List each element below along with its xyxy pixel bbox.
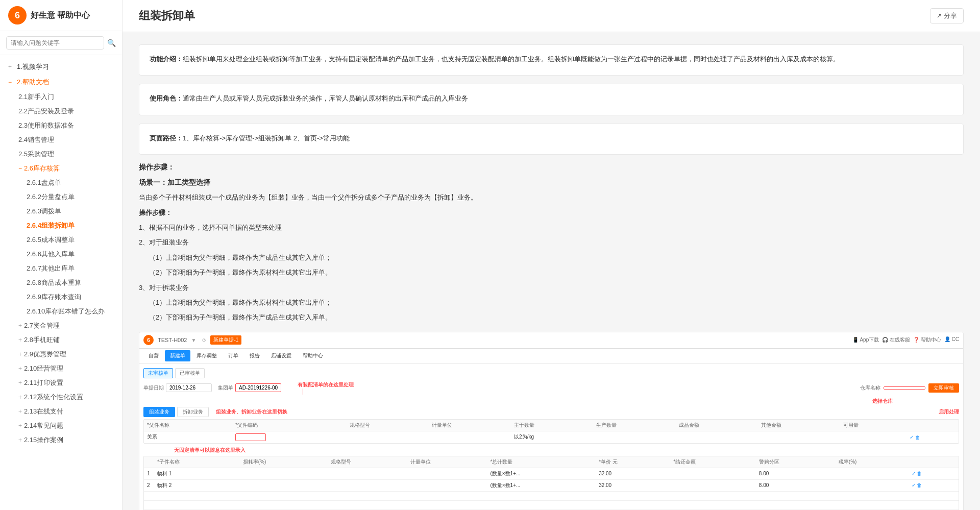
lower-cell-action1: ✓ 🗑 xyxy=(909,468,959,479)
scene1-desc: 当由多个子件材料组装成一个成品的业务为【组装】业务，当由一个父件拆分成多个子产品… xyxy=(139,191,964,203)
sidebar-item-210[interactable]: + 2.10经营管理 xyxy=(0,361,122,376)
sidebar-item-215[interactable]: + 2.15操作案例 xyxy=(0,433,122,447)
function-intro-text: 组装拆卸单用来处理企业组装或拆卸等加工业务，支持有固定装配清单的产品加工业务，也… xyxy=(183,55,840,63)
sidebar-item-29[interactable]: + 2.9优惠券管理 xyxy=(0,347,122,361)
sidebar-item-212[interactable]: + 2.12系统个性化设置 xyxy=(0,390,122,404)
sidebar-item-267[interactable]: 2.6.7其他出库单 xyxy=(0,261,122,276)
sidebar-item-268[interactable]: 2.6.8商品成本重算 xyxy=(0,276,122,290)
lower-cell-name1: 物料 1 xyxy=(154,468,240,479)
expand-icon: + xyxy=(18,365,22,372)
search-button[interactable]: 🔍 xyxy=(107,39,116,47)
lower-table-el: *子件名称 损耗率(%) 规格型号 计量单位 *总计数量 *单价 元 *结还金额… xyxy=(144,456,959,510)
nav-tree: + 1.视频学习 − 2.帮助文档 2.1新手入门 2.2产品安装及登录 2.3… xyxy=(0,55,122,510)
expand-icon: + xyxy=(18,422,22,429)
sidebar-item-214[interactable]: + 2.14常见问题 xyxy=(0,419,122,433)
upper-col-name: *父件名称 xyxy=(144,420,232,431)
step3-2: （2）下部明细为子件明细，最终作为产成品生成其它入库单。 xyxy=(139,311,964,323)
lower-cell-subtotal1 xyxy=(670,468,756,479)
app-nav-adjust[interactable]: 库存调整 xyxy=(191,350,222,361)
app-nav-zizying[interactable]: 自营 xyxy=(143,350,164,361)
lower-empty-3 xyxy=(144,491,959,500)
confirm-button[interactable]: 立即审核 xyxy=(928,383,959,393)
dropdown-icon: ▼ xyxy=(191,337,196,343)
upper-col-ops xyxy=(906,420,959,431)
app-nav-report[interactable]: 报告 xyxy=(244,350,265,361)
step2: 2、对于组装业务 xyxy=(139,236,964,248)
sidebar-item-264[interactable]: 2.6.4组装拆卸单 xyxy=(0,218,122,233)
sidebar-item-install[interactable]: 2.2产品安装及登录 xyxy=(0,104,122,118)
upper-cell-mainqty: 以2为/kg xyxy=(511,431,593,443)
sidebar-item-sales[interactable]: 2.4销售管理 xyxy=(0,133,122,147)
lower-col-num xyxy=(144,456,154,468)
lower-row2-action[interactable]: ✓ 🗑 xyxy=(912,482,922,488)
sidebar-item-2610[interactable]: 2.6.10库存账本错了怎么办 xyxy=(0,304,122,319)
app-icon4: 👤 CC xyxy=(944,336,959,344)
lower-empty-4 xyxy=(144,500,959,509)
new-order-badge[interactable]: 新建单据-1 xyxy=(210,335,241,345)
app-nav-help[interactable]: 帮助中心 xyxy=(298,350,328,361)
lower-col-subtotal: *结还金额 xyxy=(670,456,756,468)
sidebar-item-newbie[interactable]: 2.1新手入门 xyxy=(0,90,122,104)
search-box[interactable]: 🔍 xyxy=(0,31,122,55)
app-nav-order[interactable]: 订单 xyxy=(223,350,243,361)
ann2-text: 选择仓库 xyxy=(872,398,893,405)
expand-icon: + xyxy=(18,351,22,358)
app-nav-settings[interactable]: 店铺设置 xyxy=(266,350,297,361)
role-box: 使用角色：通常由生产人员或库管人员完成拆装业务的操作，库管人员确认原材料的出库和… xyxy=(139,84,964,115)
sidebar: 6 好生意 帮助中心 🔍 + 1.视频学习 − 2.帮助文档 2.1新手入门 2… xyxy=(0,0,122,510)
upper-cell-prodqty xyxy=(593,431,675,443)
lower-col-unit: 计量单位 xyxy=(407,456,487,468)
sidebar-header: 6 好生意 帮助中心 xyxy=(0,0,122,31)
sidebar-item-261[interactable]: 2.6.1盘点单 xyxy=(0,176,122,190)
step1: 1、根据不同的业务，选择不同单据的类型来处理 xyxy=(139,222,964,233)
sidebar-item-dataprep[interactable]: 2.3使用前数据准备 xyxy=(0,118,122,133)
sidebar-item-265[interactable]: 2.6.5成本调整单 xyxy=(0,233,122,247)
app-nav-new[interactable]: 新建单 xyxy=(165,350,190,361)
assembly-input[interactable] xyxy=(235,383,281,392)
lower-col-area: 警购分区 xyxy=(756,456,836,468)
sidebar-item-label: 1.视频学习 xyxy=(17,62,49,71)
sidebar-item-docs[interactable]: − 2.帮助文档 xyxy=(0,75,122,90)
lower-row1-action[interactable]: ✓ 🗑 xyxy=(912,471,922,476)
tab-reviewed[interactable]: 已审核单 xyxy=(175,368,205,378)
sidebar-item-purchase[interactable]: 2.5采购管理 xyxy=(0,147,122,161)
lower-col-tax: 税率(%) xyxy=(836,456,909,468)
search-input[interactable] xyxy=(6,36,104,50)
share-button[interactable]: ↗ 分享 xyxy=(930,8,964,23)
sidebar-item-213[interactable]: + 2.13在线支付 xyxy=(0,404,122,419)
sidebar-item-27[interactable]: + 2.7资金管理 xyxy=(0,319,122,333)
tab-unreviewed[interactable]: 未审核单 xyxy=(143,368,173,378)
sidebar-item-269[interactable]: 2.6.9库存账本查询 xyxy=(0,290,122,304)
expand-icon: + xyxy=(18,394,22,401)
upper-code-input[interactable] xyxy=(235,433,266,441)
app-icon2: 🎧 在线客服 xyxy=(882,336,910,344)
expand-icon: + xyxy=(18,379,22,386)
lower-cell-action2: ✓ 🗑 xyxy=(909,479,959,491)
sidebar-item-266[interactable]: 2.6.6其他入库单 xyxy=(0,247,122,261)
lower-cell-area2: 8.00 xyxy=(756,479,836,491)
upper-cell-other xyxy=(758,431,840,443)
upper-row-action[interactable]: ✓ 🗑 xyxy=(910,434,920,440)
role-label: 使用角色： xyxy=(150,94,183,102)
type-btn-disassembly[interactable]: 拆卸业务 xyxy=(177,407,209,417)
lower-cell-spec2 xyxy=(328,479,407,491)
sidebar-item-video[interactable]: + 1.视频学习 xyxy=(0,59,122,75)
sidebar-item-211[interactable]: + 2.11打印设置 xyxy=(0,376,122,390)
expand-icon: + xyxy=(18,408,22,415)
date-input[interactable] xyxy=(166,383,212,392)
ops-section-title: 操作步骤： xyxy=(139,163,964,172)
collapse-icon: − xyxy=(8,79,12,86)
lower-col-loss: 损耗率(%) xyxy=(240,456,328,468)
lower-cell-spec1 xyxy=(328,468,407,479)
sidebar-item-inventory[interactable]: − 2.6库存核算 xyxy=(0,161,122,176)
type-btn-assembly[interactable]: 组装业务 xyxy=(143,407,175,417)
sidebar-item-262[interactable]: 2.6.2分量盘点单 xyxy=(0,190,122,204)
sidebar-item-28[interactable]: + 2.8手机旺铺 xyxy=(0,333,122,347)
sidebar-item-263[interactable]: 2.6.3调拨单 xyxy=(0,204,122,218)
warehouse-input[interactable] xyxy=(884,386,925,390)
lower-cell-unit2 xyxy=(407,479,487,491)
lower-col-spec: 规格型号 xyxy=(328,456,407,468)
lower-cell-price2: 32.00 xyxy=(596,479,670,491)
function-intro-box: 功能介绍：组装拆卸单用来处理企业组装或拆卸等加工业务，支持有固定装配清单的产品加… xyxy=(139,44,964,76)
upper-cell-avail xyxy=(840,431,906,443)
